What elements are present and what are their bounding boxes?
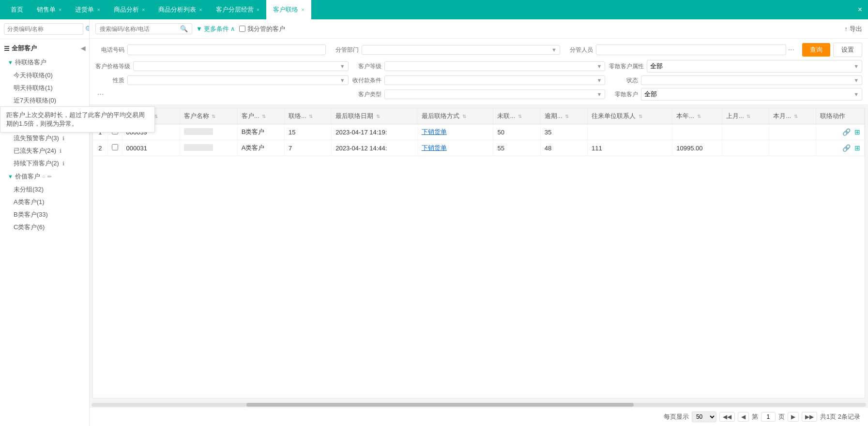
sidebar-item-ungrouped[interactable]: 未分组(32)	[0, 183, 89, 196]
sidebar-item-a-class[interactable]: A类客户(1)	[0, 196, 89, 208]
last-method-link-1[interactable]: 下销货单	[422, 128, 447, 135]
page-input[interactable]	[761, 412, 776, 422]
nav-home[interactable]: 首页	[4, 0, 30, 19]
col-actions: 联络动作	[816, 108, 865, 124]
row-link-icon-1[interactable]: 🔗	[842, 128, 851, 136]
payment-select[interactable]: ▼	[384, 75, 606, 85]
pending-group[interactable]: ▼ 待联络客户	[0, 56, 89, 69]
close-purchase-tab[interactable]: ×	[97, 7, 100, 13]
sidebar-search-icon[interactable]: 🔍	[85, 26, 90, 33]
value-customers-section[interactable]: ▼ 价值客户 ○ ✏	[0, 170, 89, 183]
settings-button[interactable]: 设置	[833, 43, 862, 57]
sort-icon-person[interactable]: ⇅	[639, 114, 642, 119]
window-close-button[interactable]: ×	[858, 5, 862, 14]
sort-icon-thismonth[interactable]: ⇅	[794, 114, 798, 119]
export-button[interactable]: ↑ 导出	[845, 25, 863, 33]
nav-customer-tier[interactable]: 客户分层经营 ×	[209, 0, 266, 19]
nav-product-analysis[interactable]: 商品分析 ×	[107, 0, 152, 19]
row-checkbox-2[interactable]	[112, 144, 118, 150]
payment-dropdown-icon: ▼	[596, 77, 602, 83]
scroll-thumb[interactable]	[246, 403, 634, 407]
pagination-bar: 每页显示 50 20 100 ◀◀ ◀ 第 页 ▶ ▶▶ 共1页 2条记录	[90, 407, 868, 426]
sort-icon-name[interactable]: ⇅	[212, 114, 215, 119]
search-icon[interactable]: 🔍	[180, 25, 188, 32]
row-person-1	[587, 124, 672, 140]
sort-icon-contact[interactable]: ⇅	[309, 114, 313, 119]
close-customer-tier-tab[interactable]: ×	[257, 7, 259, 13]
sidebar-item-7day-pending[interactable]: 近7天待联络(0)	[0, 94, 89, 107]
customer-type-select[interactable]: ▼	[384, 89, 606, 99]
close-product-analysis-tab[interactable]: ×	[142, 7, 145, 13]
per-page-select[interactable]: 50 20 100	[692, 411, 716, 422]
sort-icon-uncontacted[interactable]: ⇅	[518, 114, 522, 119]
nature-select[interactable]: ▼	[127, 75, 349, 85]
horizontal-scrollbar[interactable]	[90, 401, 868, 407]
edit-icon[interactable]: ✏	[47, 174, 52, 180]
filter-icon: ▼	[196, 25, 202, 32]
more-conditions-btn[interactable]: ▼ 更多条件 ∧	[196, 25, 235, 33]
retail-attr-select[interactable]: 全部 ▼	[647, 60, 862, 73]
close-sales-tab[interactable]: ×	[59, 7, 61, 13]
first-page-btn[interactable]: ◀◀	[719, 412, 735, 422]
row-type-2: A类客户	[237, 140, 284, 156]
sidebar-item-b-class[interactable]: B类客户(33)	[0, 208, 89, 221]
sort-icon-lastmonth[interactable]: ⇅	[746, 114, 750, 119]
col-contact-person: 往来单位联系人 ⇅	[587, 108, 672, 124]
status-select[interactable]: ▼	[641, 75, 862, 85]
retail-customer-select[interactable]: 全部 ▼	[641, 88, 862, 101]
price-grade-select[interactable]: ▼	[133, 61, 349, 71]
department-select[interactable]: ▼	[362, 45, 560, 55]
sidebar-item-c-class[interactable]: C类客户(6)	[0, 221, 89, 234]
close-product-analysis-list-tab[interactable]: ×	[199, 7, 202, 13]
customer-type-label: 客户类型	[352, 90, 381, 99]
prev-page-btn[interactable]: ◀	[738, 412, 749, 422]
sort-icon-type[interactable]: ⇅	[262, 114, 266, 119]
sidebar-item-declining[interactable]: 持续下滑客户(2) ℹ	[0, 157, 89, 170]
phone-input[interactable]	[127, 44, 326, 55]
sidebar-search-input[interactable]	[4, 23, 83, 35]
row-link-icon-2[interactable]: 🔗	[842, 144, 851, 152]
status-field: 状态 ▼	[609, 75, 862, 85]
row-last-date-2: 2023-04-12 14:44:	[332, 140, 418, 156]
search-input[interactable]	[100, 26, 180, 32]
manager-input[interactable]	[596, 44, 786, 55]
left-sidebar: 🔍 ☰ 全部客户 ◀ ▼ 待联络客户 今天待联络(0) 明天待联络(1) 近7天…	[0, 19, 90, 426]
sort-icon-date[interactable]: ⇅	[376, 114, 380, 119]
filter-row-4: ··· 客户类型 ▼ 零散客户 全部 ▼	[95, 88, 862, 101]
row-year-2: 10995.00	[672, 140, 722, 156]
sidebar-search-area: 🔍	[0, 19, 89, 39]
row-grid-icon-2[interactable]: ⊞	[854, 144, 860, 152]
row-uncontacted-1: 50	[493, 124, 540, 140]
query-button[interactable]: 查询	[802, 43, 830, 57]
sidebar-tree: ☰ 全部客户 ◀ ▼ 待联络客户 今天待联络(0) 明天待联络(1) 近7天待联…	[0, 39, 89, 426]
price-grade-field: 客户价格等级 ▼	[95, 61, 349, 71]
close-customer-contact-tab[interactable]: ×	[301, 7, 304, 13]
my-customers-filter[interactable]: 我分管的客户	[239, 25, 285, 33]
sidebar-item-today-pending[interactable]: 今天待联络(0)	[0, 69, 89, 82]
next-page-btn[interactable]: ▶	[788, 412, 799, 422]
nav-product-analysis-list[interactable]: 商品分析列表 ×	[152, 0, 209, 19]
last-page-btn[interactable]: ▶▶	[802, 412, 817, 422]
all-customers-header[interactable]: ☰ 全部客户 ◀	[0, 41, 89, 56]
nav-customer-contact[interactable]: 客户联络 ×	[266, 0, 311, 19]
sort-icon-year[interactable]: ⇅	[697, 114, 701, 119]
row4-more-btn[interactable]: ···	[97, 90, 104, 99]
last-method-link-2[interactable]: 下销货单	[422, 144, 447, 151]
row-grid-icon-1[interactable]: ⊞	[854, 128, 860, 136]
sidebar-item-lostwarning[interactable]: 流失预警客户(3) ℹ	[0, 132, 89, 145]
sidebar-collapse-btn[interactable]: ◀	[81, 45, 85, 52]
customer-grade-select[interactable]: ▼	[384, 61, 606, 71]
manager-more-btn[interactable]: ···	[788, 45, 794, 54]
row-uncontacted-2: 55	[493, 140, 540, 156]
nav-purchase[interactable]: 进货单 ×	[68, 0, 107, 19]
sort-icon-method[interactable]: ⇅	[462, 114, 466, 119]
nav-sales[interactable]: 销售单 ×	[30, 0, 68, 19]
retail-customer-field: 零散客户 全部 ▼	[609, 88, 862, 101]
my-customers-checkbox[interactable]	[239, 26, 245, 32]
sidebar-item-lost[interactable]: 已流失客户(24) ℹ	[0, 145, 89, 157]
sort-icon-overdue[interactable]: ⇅	[565, 114, 569, 119]
edit-value-group-icon[interactable]: ○	[42, 174, 46, 179]
sidebar-item-tomorrow-pending[interactable]: 明天待联络(1)	[0, 82, 89, 94]
row-overdue-1: 35	[540, 124, 587, 140]
filter-form: 电话号码 分管部门 ▼ 分管人员 ··· 查询 设置	[90, 39, 868, 105]
